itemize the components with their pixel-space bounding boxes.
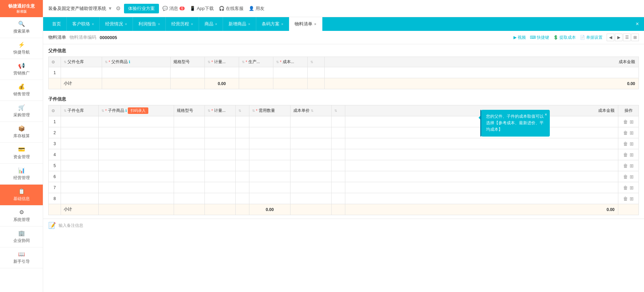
gear-icon[interactable]: ⚙ — [116, 5, 121, 12]
sidebar-item-basic_info[interactable]: 📋 基础信息 — [0, 185, 43, 206]
sidebar-item-guide[interactable]: 📖 新手引导 — [0, 247, 43, 268]
parent-cost-cell[interactable] — [273, 67, 308, 78]
shortcut-action[interactable]: ⌨ 快捷键 — [530, 35, 549, 40]
child-unit-cost-cell-6[interactable] — [290, 171, 332, 182]
child-spec-cell-7[interactable] — [174, 182, 205, 193]
child-warehouse-cell-7[interactable] — [61, 182, 99, 193]
view-action[interactable]: ▶ 视频 — [513, 35, 526, 40]
child-qty-unit-cell-1[interactable] — [205, 116, 236, 127]
child-warehouse-cell-5[interactable] — [61, 160, 99, 171]
child-qty-unit-cell-6[interactable] — [205, 171, 236, 182]
child-needed-qty-cell-4[interactable] — [249, 149, 290, 160]
nav-tab-history[interactable]: 经营历程× — [166, 17, 199, 31]
child-spec-cell-3[interactable] — [174, 138, 205, 149]
child-copy-icon-2[interactable]: ⊞ — [630, 130, 634, 136]
nav-tab-close-customer[interactable]: × — [92, 22, 94, 26]
child-warehouse-cell-6[interactable] — [61, 171, 99, 182]
child-needed-qty-cell-3[interactable] — [249, 138, 290, 149]
sidebar-item-search[interactable]: 🔍 搜索菜单 — [0, 17, 43, 38]
parent-spec-cell[interactable] — [171, 67, 205, 78]
child-product-cell-1[interactable] — [99, 116, 174, 127]
nav-tab-close-product[interactable]: × — [215, 22, 217, 26]
child-copy-icon-6[interactable]: ⊞ — [630, 174, 634, 179]
child-unit-cost-cell-8[interactable] — [290, 193, 332, 204]
app-download-action[interactable]: 📱 App下载 — [190, 5, 213, 12]
child-qty-unit-cell-7[interactable] — [205, 182, 236, 193]
child-product-cell-8[interactable] — [99, 193, 174, 204]
parent-warehouse-cell[interactable] — [61, 67, 102, 78]
child-warehouse-cell-2[interactable] — [61, 127, 99, 138]
nav-tab-barcode[interactable]: 条码方案× — [256, 17, 289, 31]
child-warehouse-cell-8[interactable] — [61, 193, 99, 204]
settings-action[interactable]: 📄 单据设置 — [580, 35, 603, 40]
child-spec-cell-1[interactable] — [174, 116, 205, 127]
user-action[interactable]: 👤 用友 — [249, 5, 264, 12]
sidebar-item-enterprise[interactable]: 🏢 企业协同 — [0, 226, 43, 247]
child-unit-cost-cell-7[interactable] — [290, 182, 332, 193]
sidebar-item-operation_mgr[interactable]: 📊 经营管理 — [0, 164, 43, 185]
sidebar-item-finance[interactable]: 💳 资金管理 — [0, 143, 43, 164]
sidebar-item-marketing[interactable]: 📢 营销推广 — [0, 59, 43, 80]
child-needed-qty-cell-2[interactable] — [249, 127, 290, 138]
child-delete-icon-8[interactable]: 🗑 — [623, 196, 628, 201]
child-delete-icon-7[interactable]: 🗑 — [623, 185, 628, 190]
online-service-action[interactable]: 🎧 在线客服 — [219, 5, 244, 12]
dropdown-icon[interactable]: ▼ — [108, 6, 112, 11]
sidebar-item-inventory[interactable]: 📦 库存核算 — [0, 122, 43, 143]
tooltip-close-btn[interactable]: × — [545, 112, 547, 118]
nav-expand-icon[interactable]: ⊞ — [631, 34, 639, 41]
child-unit-cost-cell-5[interactable] — [290, 160, 332, 171]
child-needed-qty-cell-1[interactable] — [249, 116, 290, 127]
child-copy-icon-1[interactable]: ⊞ — [630, 119, 634, 125]
child-product-cell-5[interactable] — [99, 160, 174, 171]
cost-action[interactable]: 💲 提取成本 — [553, 35, 576, 40]
child-warehouse-cell-3[interactable] — [61, 138, 99, 149]
nav-tab-bom[interactable]: 物料清单× — [289, 17, 322, 31]
child-qty-unit-cell-8[interactable] — [205, 193, 236, 204]
nav-prev-arrow[interactable]: ◀ — [607, 34, 614, 41]
nav-next-arrow[interactable]: ▶ — [615, 34, 622, 41]
child-product-cell-6[interactable] — [99, 171, 174, 182]
parent-qty-cell[interactable] — [205, 67, 239, 78]
scan-input-button[interactable]: 扫码录入 — [128, 107, 148, 114]
nav-tab-close-profit[interactable]: × — [158, 22, 160, 26]
child-needed-qty-cell-6[interactable] — [249, 171, 290, 182]
system-selector[interactable]: 装备及固定资产辅助管理系统 ▼ — [48, 5, 112, 12]
child-delete-icon-4[interactable]: 🗑 — [623, 152, 628, 157]
child-copy-icon-3[interactable]: ⊞ — [630, 141, 634, 147]
nav-tab-new_product[interactable]: 新增商品× — [223, 17, 256, 31]
child-product-cell-7[interactable] — [99, 182, 174, 193]
nav-tab-product[interactable]: 商品× — [199, 17, 223, 31]
child-spec-cell-5[interactable] — [174, 160, 205, 171]
child-spec-cell-4[interactable] — [174, 149, 205, 160]
child-product-cell-2[interactable] — [99, 127, 174, 138]
child-qty-unit-cell-2[interactable] — [205, 127, 236, 138]
nav-tab-home[interactable]: 首页 — [47, 17, 67, 31]
child-unit-cost-cell-4[interactable] — [290, 149, 332, 160]
child-qty-unit-cell-5[interactable] — [205, 160, 236, 171]
nav-tab-close-bom[interactable]: × — [314, 22, 316, 26]
sidebar-item-quick_nav[interactable]: ⚡ 快捷导航 — [0, 38, 43, 59]
child-delete-icon-5[interactable]: 🗑 — [623, 163, 628, 168]
bottom-hint-text[interactable]: 输入备注信息 — [59, 223, 83, 229]
child-warehouse-cell-4[interactable] — [61, 149, 99, 160]
sidebar-item-purchase[interactable]: 🛒 采购管理 — [0, 101, 43, 122]
child-copy-icon-5[interactable]: ⊞ — [630, 163, 634, 168]
nav-list-icon[interactable]: ☰ — [623, 34, 631, 41]
child-needed-qty-cell-7[interactable] — [249, 182, 290, 193]
child-unit-cost-cell-3[interactable] — [290, 138, 332, 149]
child-product-cell-4[interactable] — [99, 149, 174, 160]
child-product-cell-3[interactable] — [99, 138, 174, 149]
nav-tab-customer[interactable]: 客户联络× — [67, 17, 100, 31]
parent-product-cell[interactable] — [102, 67, 171, 78]
parent-production-cell[interactable] — [239, 67, 273, 78]
nav-tab-profit[interactable]: 利润报告× — [133, 17, 166, 31]
experience-button[interactable]: 体验行业方案 — [124, 4, 159, 13]
child-copy-icon-8[interactable]: ⊞ — [630, 196, 634, 201]
nav-tab-close-barcode[interactable]: × — [281, 22, 283, 26]
nav-tab-close-operation[interactable]: × — [125, 22, 127, 26]
child-spec-cell-6[interactable] — [174, 171, 205, 182]
nav-tab-close-history[interactable]: × — [191, 22, 193, 26]
child-spec-cell-2[interactable] — [174, 127, 205, 138]
child-delete-icon-3[interactable]: 🗑 — [623, 141, 628, 147]
